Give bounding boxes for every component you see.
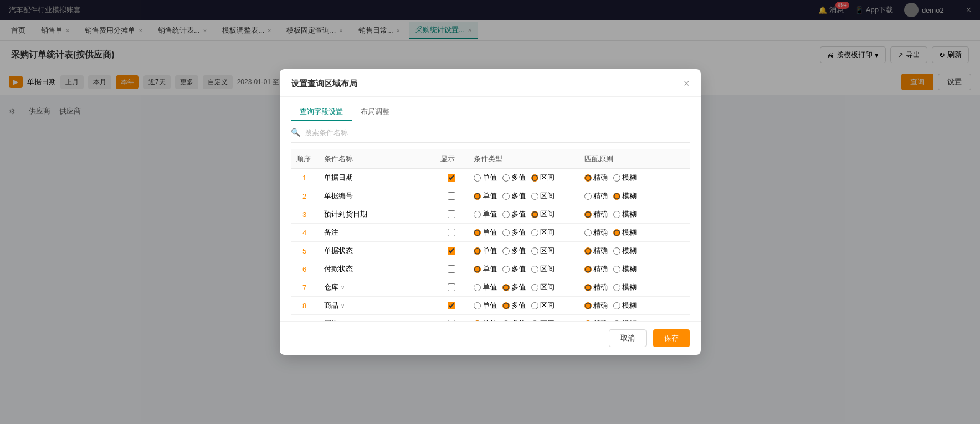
- dialog-close-btn[interactable]: ×: [684, 78, 690, 90]
- settings-dialog: 设置查询区域布局 × 查询字段设置 布局调整 🔍 顺序: [280, 69, 701, 127]
- tab-layout-adjust[interactable]: 布局调整: [352, 104, 398, 121]
- dialog-header: 设置查询区域布局 ×: [280, 69, 701, 97]
- tab-query-field[interactable]: 查询字段设置: [291, 104, 352, 121]
- dialog-tab-bar: 查询字段设置 布局调整: [291, 97, 690, 121]
- dialog-body: 查询字段设置 布局调整 🔍 顺序 条件名称 显示 条件类型: [280, 97, 701, 127]
- dialog-title: 设置查询区域布局: [291, 79, 357, 89]
- dialog-overlay: 设置查询区域布局 × 查询字段设置 布局调整 🔍 顺序: [0, 0, 980, 127]
